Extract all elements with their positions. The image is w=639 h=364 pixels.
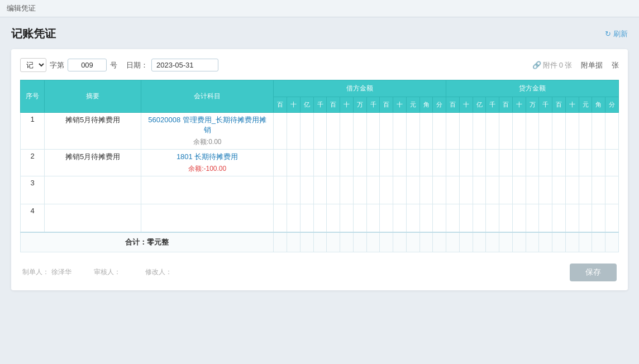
row-account[interactable]: 56020008 管理费用_长期待摊费用摊销 余额:0.00 [141,113,274,150]
d12[interactable] [419,176,433,204]
c1[interactable] [446,204,460,232]
d7[interactable] [353,150,366,176]
d7[interactable] [353,113,366,150]
d11[interactable] [406,204,419,232]
d11[interactable] [406,113,419,150]
d5[interactable] [327,150,340,176]
d12[interactable] [419,150,433,176]
c11[interactable] [579,150,592,176]
c11[interactable] [579,204,592,232]
c5[interactable] [499,204,513,232]
c7[interactable] [526,176,539,204]
d13[interactable] [433,150,446,176]
c10[interactable] [565,150,579,176]
d7[interactable] [353,204,366,232]
c5[interactable] [499,113,513,150]
c13[interactable] [605,150,619,176]
type-select[interactable]: 记 [20,58,46,72]
c3[interactable] [473,150,486,176]
d1[interactable] [274,176,287,204]
c7[interactable] [526,113,539,150]
d12[interactable] [419,113,433,150]
d4[interactable] [313,113,327,150]
row-summary[interactable] [45,176,141,204]
refresh-button[interactable]: ↻ 刷新 [605,29,628,39]
c3[interactable] [473,113,486,150]
c12[interactable] [592,204,605,232]
d3[interactable] [300,204,313,232]
c2[interactable] [459,113,473,150]
d2[interactable] [287,150,301,176]
c6[interactable] [512,176,526,204]
row-summary[interactable]: 摊销5月待摊费用 [45,113,141,150]
c4[interactable] [486,176,499,204]
d8[interactable] [366,176,380,204]
c11[interactable] [579,113,592,150]
d11[interactable] [406,150,419,176]
number-input[interactable] [68,59,107,71]
d8[interactable] [366,150,380,176]
d4[interactable] [313,150,327,176]
d10[interactable] [393,150,407,176]
d13[interactable] [433,113,446,150]
table-row[interactable]: 1 摊销5月待摊费用 56020008 管理费用_长期待摊费用摊销 余额:0.0… [21,113,619,150]
row-summary[interactable]: 摊销5月待摊费用 [45,150,141,176]
c10[interactable] [565,113,579,150]
d4[interactable] [313,204,327,232]
c4[interactable] [486,204,499,232]
d2[interactable] [287,176,301,204]
d5[interactable] [327,204,340,232]
c5[interactable] [499,176,513,204]
c1[interactable] [446,150,460,176]
c9[interactable] [552,176,566,204]
c6[interactable] [512,150,526,176]
attach-link[interactable]: 🔗 附件 0 张 [532,60,572,70]
d9[interactable] [380,113,393,150]
table-row[interactable]: 4 [21,204,619,232]
c4[interactable] [486,150,499,176]
d5[interactable] [327,176,340,204]
d10[interactable] [393,176,407,204]
d6[interactable] [340,113,354,150]
d7[interactable] [353,176,366,204]
d4[interactable] [313,176,327,204]
d8[interactable] [366,113,380,150]
d11[interactable] [406,176,419,204]
c6[interactable] [512,113,526,150]
c8[interactable] [539,204,552,232]
d2[interactable] [287,113,301,150]
d9[interactable] [380,176,393,204]
d9[interactable] [380,204,393,232]
d2[interactable] [287,204,301,232]
c2[interactable] [459,176,473,204]
c13[interactable] [605,176,619,204]
c11[interactable] [579,176,592,204]
d1[interactable] [274,204,287,232]
c12[interactable] [592,113,605,150]
d3[interactable] [300,150,313,176]
c9[interactable] [552,113,566,150]
c9[interactable] [552,204,566,232]
attach-doc-link[interactable]: 附单据 [581,60,603,70]
c8[interactable] [539,113,552,150]
d10[interactable] [393,113,407,150]
row-account[interactable] [141,204,274,232]
d13[interactable] [433,176,446,204]
d1[interactable] [274,150,287,176]
d5[interactable] [327,113,340,150]
d6[interactable] [340,204,354,232]
d10[interactable] [393,204,407,232]
c1[interactable] [446,176,460,204]
d13[interactable] [433,204,446,232]
c4[interactable] [486,113,499,150]
c8[interactable] [539,176,552,204]
save-button[interactable]: 保存 [570,264,617,281]
table-row[interactable]: 3 [21,176,619,204]
d1[interactable] [274,113,287,150]
c7[interactable] [526,204,539,232]
c13[interactable] [605,113,619,150]
d6[interactable] [340,150,354,176]
c2[interactable] [459,204,473,232]
c8[interactable] [539,150,552,176]
row-account[interactable]: 1801 长期待摊费用 余额:-100.00 [141,150,274,176]
